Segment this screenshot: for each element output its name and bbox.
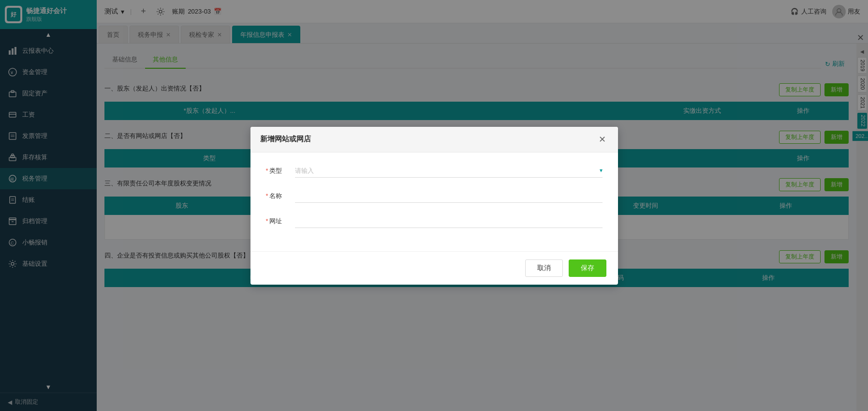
dialog-body: *类型 ▾ *名称 *网址 — [250, 152, 618, 251]
form-label-url: *网址 — [266, 217, 295, 226]
form-control-name — [295, 189, 603, 203]
form-control-url — [295, 214, 603, 228]
form-row-url: *网址 — [266, 214, 603, 228]
save-button[interactable]: 保存 — [569, 259, 606, 277]
dialog-title: 新增网站或网店 — [260, 135, 311, 144]
dialog-footer: 取消 保存 — [250, 251, 618, 285]
form-control-type: ▾ — [295, 164, 603, 178]
dialog-close-button[interactable]: ✕ — [597, 134, 608, 145]
dialog-add-website: 新增网站或网店 ✕ *类型 ▾ *名称 — [250, 127, 618, 285]
dialog-header: 新增网站或网店 ✕ — [250, 127, 618, 152]
cancel-button[interactable]: 取消 — [525, 259, 563, 277]
dropdown-arrow-icon: ▾ — [600, 167, 603, 174]
name-input[interactable] — [295, 192, 603, 199]
url-input[interactable] — [295, 217, 603, 225]
form-label-type: *类型 — [266, 167, 295, 175]
form-row-type: *类型 ▾ — [266, 164, 603, 178]
form-row-name: *名称 — [266, 189, 603, 203]
type-input[interactable] — [295, 167, 603, 174]
dialog-overlay: 新增网站或网店 ✕ *类型 ▾ *名称 — [0, 0, 868, 411]
form-label-name: *名称 — [266, 192, 295, 200]
